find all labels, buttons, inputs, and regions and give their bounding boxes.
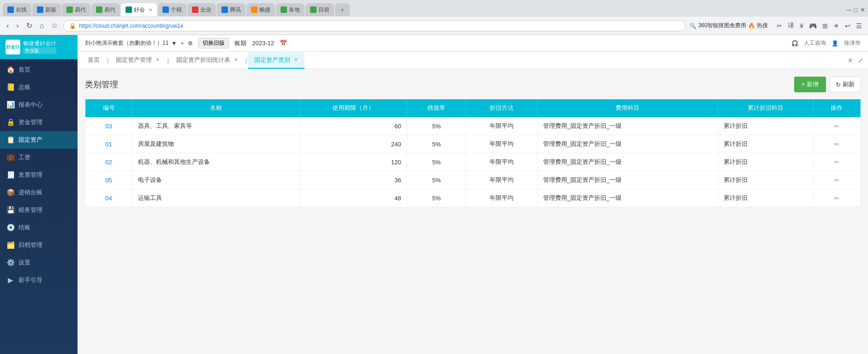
undo-icon[interactable]: ↩ (844, 21, 852, 31)
page-tab-depreciation-close[interactable]: ✕ (234, 57, 238, 63)
browser-tab-11[interactable]: 目前 (305, 3, 334, 16)
cell-name-2: 机器、机械和其他生产设备 (132, 153, 300, 171)
edit-btn-0[interactable]: ✏ (834, 123, 839, 130)
table-header: 编号 名称 使用期限（月） 残值率 折旧方法 费用科目 累计折旧科目 操作 (85, 99, 861, 117)
back-button[interactable]: ‹ (5, 21, 11, 31)
reload-button[interactable]: ↻ (24, 20, 34, 31)
sidebar-item-closing[interactable]: 💿 结账 (0, 219, 78, 236)
cell-expense-4: 管理费用_固定资产折旧_一级 (537, 189, 718, 207)
sidebar-logo: 好会计 畅捷通好会计 专业版 (0, 35, 78, 59)
currency-icon[interactable]: ¥ (798, 21, 805, 31)
url-box[interactable]: 🔒 https://cloud.chanjet.com/accounting/u… (63, 20, 686, 31)
sidebar-item-archive[interactable]: 🗂️ 归档管理 (0, 236, 78, 254)
tab-label-11: 目前 (318, 6, 329, 14)
sidebar-item-purchase-sale[interactable]: 📦 进销台账 (0, 184, 78, 201)
browser-tab-8[interactable]: 腾讯 (217, 3, 245, 16)
browser-tab-3[interactable]: 易代 (62, 3, 90, 16)
tab-maximize-action[interactable]: ⤢ (857, 56, 864, 65)
company-name: 刘小艳演示账套（勿删勿动！）11 (85, 39, 168, 47)
support-label[interactable]: 人工咨询 (804, 39, 826, 47)
sidebar-item-report[interactable]: 📊 报表中心 (0, 96, 78, 114)
browser-tab-6[interactable]: 个税 (158, 3, 186, 16)
browser-tab-7[interactable]: 企业 (187, 3, 216, 16)
cell-op-1: ✏ (813, 135, 860, 153)
company-selector[interactable]: 刘小艳演示账套（勿删勿动！）11 ▼ ＋ ⚙ (85, 39, 193, 47)
game-icon[interactable]: 🎮 (808, 21, 818, 31)
sidebar-item-tax[interactable]: 💾 税务管理 (0, 201, 78, 219)
page-tab-mgmt-close[interactable]: ✕ (156, 57, 160, 63)
browser-tab-4[interactable]: 易代 (91, 3, 120, 16)
browser-tab-10[interactable]: 各地 (276, 3, 305, 16)
sidebar-item-guide[interactable]: ▶ 新手引导 (0, 271, 78, 289)
page-tab-fixed-asset-mgmt[interactable]: 固定资产管理 ✕ (109, 52, 166, 69)
code-link-0[interactable]: 03 (105, 123, 112, 130)
browser-tab-close-5[interactable]: ✕ (149, 7, 152, 12)
browser-tab-2[interactable]: 新版 (32, 3, 61, 16)
page-tab-actions: ✕ ⤢ (847, 56, 864, 65)
table-row: 01 房屋及建筑物 240 5% 年限平均 管理费用_固定资产折旧_一级 累计折… (85, 135, 861, 153)
page-tab-depreciation-table[interactable]: 固定资产折旧统计表 ✕ (170, 52, 245, 69)
funds-icon: 🔒 (6, 118, 15, 126)
cell-expense-0: 管理费用_固定资产折旧_一级 (537, 117, 718, 135)
sidebar-item-funds[interactable]: 🔒 资金管理 (0, 114, 78, 131)
tab-divider-3: | (245, 57, 247, 64)
page-tab-home[interactable]: 首页 (81, 52, 106, 69)
sidebar-item-home[interactable]: 🏠 首页 (0, 61, 78, 78)
browser-tab-1[interactable]: 在线 (3, 3, 31, 16)
tab-close-btn[interactable]: ✕ (860, 6, 865, 13)
cell-op-4: ✏ (813, 189, 860, 207)
page-tab-category-close[interactable]: ✕ (294, 57, 298, 63)
edit-btn-4[interactable]: ✏ (834, 195, 839, 202)
code-link-3[interactable]: 05 (105, 177, 112, 184)
code-link-2[interactable]: 02 (105, 159, 112, 166)
tab-close-action[interactable]: ✕ (847, 56, 854, 65)
calendar-icon[interactable]: 📅 (280, 40, 287, 47)
home-button[interactable]: ⌂ (38, 21, 46, 31)
purchase-sale-icon: 📦 (6, 188, 15, 197)
edit-btn-2[interactable]: ✏ (834, 159, 839, 166)
table-body: 03 器具、工具、家具等 60 5% 年限平均 管理费用_固定资产折旧_一级 累… (85, 117, 861, 207)
page-actions: + 新增 ↻ 刷新 (794, 77, 861, 92)
tab-minimize-btn[interactable]: ─ (847, 6, 851, 13)
col-method: 折旧方法 (466, 99, 537, 117)
grid-icon[interactable]: ⊞ (821, 21, 829, 31)
settings-company-icon[interactable]: ⚙ (188, 40, 193, 47)
hot-icon: 🔥 (748, 23, 755, 29)
tab-label-5: 好会 (134, 6, 145, 14)
cell-accumulated-3: 累计折旧 (718, 171, 813, 189)
browser-tab-9[interactable]: 畅捷 (246, 3, 275, 16)
forward-button[interactable]: › (14, 21, 20, 31)
tab-icon-6 (162, 6, 169, 13)
tab-restore-btn[interactable]: □ (854, 6, 857, 13)
sidebar-item-settings[interactable]: ⚙️ 设置 (0, 254, 78, 271)
sidebar-item-payroll[interactable]: 💼 工资 (0, 149, 78, 166)
col-residual: 残值率 (407, 99, 466, 117)
menu-icon[interactable]: ☰ (855, 21, 863, 31)
sidebar-label-report: 报表中心 (18, 101, 42, 109)
refresh-button[interactable]: ↻ 刷新 (830, 77, 861, 92)
sidebar-item-ledger[interactable]: 📒 总账 (0, 78, 78, 96)
code-link-1[interactable]: 01 (105, 141, 112, 148)
browser-tab-5[interactable]: 好会 ✕ (121, 3, 157, 16)
cell-usage-2: 120 (299, 153, 407, 171)
period-label: 账期 (234, 39, 246, 48)
scissors-icon[interactable]: ✂ (775, 21, 784, 31)
edit-btn-3[interactable]: ✏ (834, 177, 839, 184)
page-tab-category[interactable]: 固定资产类别 ✕ (248, 52, 305, 69)
add-company-icon[interactable]: ＋ (180, 39, 185, 47)
code-link-4[interactable]: 04 (105, 195, 112, 202)
cell-residual-3: 5% (407, 171, 466, 189)
sidebar-item-fixed-assets[interactable]: 📋 固定资产 (0, 131, 78, 149)
brightness-icon[interactable]: ☀ (832, 21, 841, 31)
sidebar: 好会计 畅捷通好会计 专业版 🏠 首页 📒 总账 📊 报表中心 🔒 资金管理 (0, 35, 78, 354)
sidebar-item-invoice[interactable]: 🧾 发票管理 (0, 166, 78, 184)
add-button[interactable]: + 新增 (794, 77, 826, 92)
browser-tab-new[interactable]: ＋ (335, 3, 350, 16)
edit-btn-1[interactable]: ✏ (834, 141, 839, 148)
bookmark-button[interactable]: ☆ (49, 20, 60, 31)
switch-version-btn[interactable]: 切换旧版 (198, 38, 229, 48)
translate-icon[interactable]: 译 (786, 20, 796, 31)
cell-op-0: ✏ (813, 117, 860, 135)
app-header: 刘小艳演示账套（勿删勿动！）11 ▼ ＋ ⚙ 切换旧版 账期 2023-12 📅… (78, 35, 868, 52)
page-tab-home-label: 首页 (88, 56, 100, 64)
